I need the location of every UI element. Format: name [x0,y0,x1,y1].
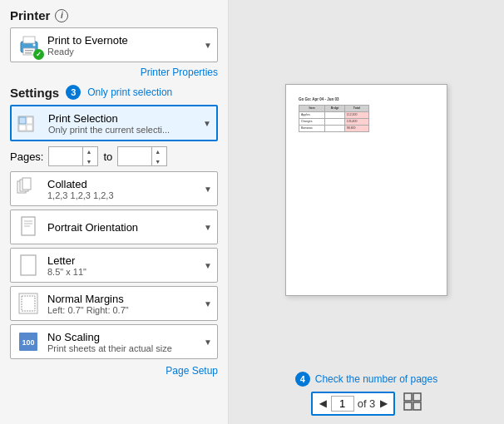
pages-from-arrows: ▲ ▼ [82,146,94,166]
page-preview: Go Go: Apr 04 - Jun 03 ItemBrdgtTotal Ap… [285,84,447,296]
grid-view-button[interactable] [403,392,422,415]
svg-rect-1 [23,37,35,43]
orientation-icon [16,214,41,239]
check-pages-text: Check the number of pages [315,373,437,385]
svg-rect-13 [22,178,31,190]
svg-text:100: 100 [22,338,34,347]
bottom-area: 4 Check the number of pages ◀ of 3 ▶ [237,372,496,416]
printer-ready-badge [33,49,44,60]
paper-setting[interactable]: Letter 8.5" x 11" ▼ [10,248,218,283]
margins-text: Normal Margins Left: 0.7" Right: 0.7" [47,293,204,315]
svg-rect-7 [19,117,26,124]
current-page-input[interactable] [331,396,354,412]
orientation-arrow: ▼ [204,223,212,232]
print-selection-dropdown[interactable]: Print Selection Only print the current s… [10,105,218,141]
svg-rect-3 [25,50,33,52]
collated-setting[interactable]: Collated 1,2,3 1,2,3 1,2,3 ▼ [10,171,218,206]
svg-rect-4 [25,52,32,54]
print-selection-text: Print Selection Only print the current s… [48,112,203,135]
svg-rect-25 [404,402,412,410]
orientation-name: Portrait Orientation [47,221,204,234]
svg-rect-10 [27,125,32,131]
printer-status: Ready [47,47,204,57]
margins-arrow: ▼ [204,299,212,308]
pages-to-up[interactable]: ▲ [152,146,163,156]
svg-point-5 [33,44,36,47]
page-nav-box: ◀ of 3 ▶ [311,392,396,416]
preview-title: Go Go: Apr 04 - Jun 03 [299,97,369,102]
paper-text: Letter 8.5" x 11" [47,254,204,277]
pages-to-arrows: ▲ ▼ [151,146,163,166]
pages-to-spinner[interactable]: ▲ ▼ [117,146,167,166]
orientation-setting[interactable]: Portrait Orientation ▼ [10,210,218,244]
preview-content: Go Go: Apr 04 - Jun 03 ItemBrdgtTotal Ap… [299,97,369,132]
svg-rect-18 [21,255,36,275]
settings-header: Settings 3 Only print selection [10,85,218,100]
left-panel: Printer i Print to Evernote Ready ▼ [0,0,229,424]
to-label: to [103,150,112,163]
hint-badge: 4 [295,372,310,387]
scaling-name: No Scaling [47,331,204,343]
collated-icon [16,176,41,201]
collated-arrow: ▼ [204,185,212,194]
paper-name: Letter [47,254,204,267]
right-panel: Go Go: Apr 04 - Jun 03 ItemBrdgtTotal Ap… [229,0,504,424]
margins-icon [16,291,41,316]
printer-icon-wrapper [16,32,42,58]
pages-row: Pages: ▲ ▼ to ▲ ▼ [10,146,218,166]
preview-area: Go Go: Apr 04 - Jun 03 ItemBrdgtTotal Ap… [237,8,496,372]
svg-rect-9 [19,125,26,131]
page-setup-link-container: Page Setup [10,364,218,377]
settings-badge: 3 [66,85,81,100]
pages-from-input[interactable] [49,147,82,165]
settings-title: Settings [10,86,59,100]
svg-rect-26 [413,402,421,410]
page-navigation-row: ◀ of 3 ▶ [311,392,422,416]
collated-sub: 1,2,3 1,2,3 1,2,3 [47,190,204,200]
only-print-selection-label: Only print selection [87,86,172,98]
prev-page-button[interactable]: ◀ [318,398,328,409]
printer-properties-link-container: Printer Properties [10,66,218,78]
svg-rect-23 [404,393,412,401]
of-pages-label: of 3 [358,397,376,410]
check-pages-hint: 4 Check the number of pages [295,372,437,387]
margins-setting[interactable]: Normal Margins Left: 0.7" Right: 0.7" ▼ [10,286,218,321]
pages-from-spinner[interactable]: ▲ ▼ [48,146,98,166]
svg-rect-8 [27,117,32,124]
scaling-setting[interactable]: 100 No Scaling Print sheets at their act… [10,324,218,359]
paper-arrow: ▼ [204,261,212,270]
printer-dropdown[interactable]: Print to Evernote Ready ▼ [10,27,218,62]
svg-rect-24 [413,393,421,401]
scaling-text: No Scaling Print sheets at their actual … [47,331,204,353]
paper-icon [16,253,41,278]
printer-info: Print to Evernote Ready [47,34,204,57]
print-selection-sub: Only print the current selecti... [48,125,203,135]
orientation-text: Portrait Orientation [47,221,204,234]
paper-sub: 8.5" x 11" [47,267,204,277]
pages-from-up[interactable]: ▲ [83,146,94,156]
printer-dropdown-arrow: ▼ [204,41,212,50]
margins-sub: Left: 0.7" Right: 0.7" [47,305,204,315]
next-page-button[interactable]: ▶ [378,398,388,409]
printer-properties-link[interactable]: Printer Properties [141,67,218,78]
printer-section-title: Printer i [10,8,218,22]
scaling-arrow: ▼ [204,338,212,347]
print-selection-icon [17,110,43,136]
pages-from-down[interactable]: ▼ [83,156,94,166]
info-icon[interactable]: i [55,9,68,22]
print-selection-arrow: ▼ [203,119,211,128]
scaling-icon: 100 [16,329,41,354]
pages-to-input[interactable] [118,147,151,165]
printer-name: Print to Evernote [47,34,204,47]
scaling-sub: Print sheets at their actual size [47,343,204,353]
preview-table: ItemBrdgtTotal Apples112,200 Oranges135,… [299,105,369,132]
pages-label: Pages: [10,150,43,163]
page-setup-link[interactable]: Page Setup [166,365,218,377]
printer-title-text: Printer [10,8,50,22]
margins-name: Normal Margins [47,293,204,305]
print-selection-main: Print Selection [48,112,203,125]
collated-name: Collated [47,178,204,190]
pages-to-down[interactable]: ▼ [152,156,163,166]
collated-text: Collated 1,2,3 1,2,3 1,2,3 [47,178,204,200]
